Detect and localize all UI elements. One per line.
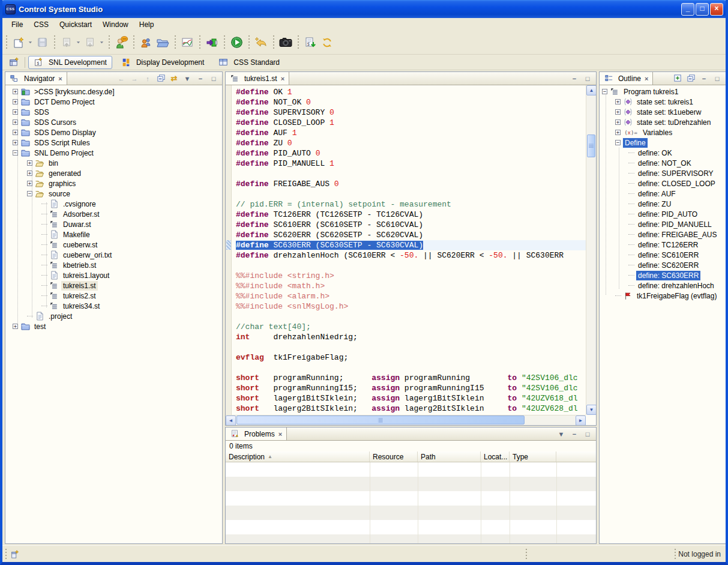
minimize-window-button[interactable]: _ bbox=[681, 3, 694, 16]
collapse-toggle[interactable]: − bbox=[615, 140, 621, 145]
outline-item[interactable]: −Program tukreis1 bbox=[600, 86, 726, 97]
dropdown-arrow-icon[interactable] bbox=[98, 35, 105, 50]
scroll-up-button[interactable]: ▲ bbox=[586, 85, 596, 95]
outline-item[interactable]: define: OK bbox=[600, 148, 726, 158]
code-line[interactable]: %%#include <snlMsgLog.h> bbox=[236, 301, 586, 312]
problems-maximize-button[interactable]: □ bbox=[583, 429, 592, 439]
code-line[interactable]: %%#include <string.h> bbox=[236, 271, 586, 281]
editor-body[interactable]: #define OK 1#define NOT_OK 0#define SUPE… bbox=[226, 85, 596, 425]
outline-maximize-button[interactable]: □ bbox=[712, 74, 722, 83]
navigator-item[interactable]: +SDS bbox=[5, 107, 222, 117]
outline-item[interactable]: define: drehzahlenHoch bbox=[600, 280, 726, 291]
outline-item[interactable]: define: ZU bbox=[600, 199, 726, 209]
outline-item[interactable]: define: SC620ERR bbox=[600, 260, 726, 270]
expand-toggle[interactable]: + bbox=[27, 160, 32, 166]
outline-collapse-all-button[interactable] bbox=[686, 74, 696, 83]
code-line[interactable] bbox=[236, 342, 586, 352]
outline-minimize-button[interactable]: − bbox=[699, 74, 709, 83]
column-header-locat[interactable]: Locat... bbox=[481, 452, 510, 462]
navigator-maximize-button[interactable]: □ bbox=[209, 74, 218, 83]
outline-item[interactable]: +state set: tukreis1 bbox=[600, 97, 726, 107]
open-folder-button[interactable] bbox=[155, 35, 170, 50]
code-area[interactable]: #define OK 1#define NOT_OK 0#define SUPE… bbox=[232, 85, 586, 415]
code-line[interactable]: #define ZU 0 bbox=[236, 138, 586, 148]
hscroll-thumb[interactable] bbox=[236, 415, 525, 425]
outline-item[interactable]: +state set: tk1ueberw bbox=[600, 107, 726, 117]
code-line[interactable]: #define SUPERVISORY 0 bbox=[236, 107, 586, 118]
outline-item[interactable]: define: CLOSED_LOOP bbox=[600, 178, 726, 189]
expand-toggle[interactable]: + bbox=[13, 99, 18, 104]
open-perspective-button[interactable] bbox=[6, 56, 22, 69]
outline-item[interactable]: define: FREIGABE_AUS bbox=[600, 229, 726, 240]
code-line[interactable]: short lagerg1BitSIklein; assign lagerg1B… bbox=[236, 393, 586, 403]
navigator-item[interactable]: Makefile bbox=[5, 229, 222, 240]
back-history-button[interactable] bbox=[253, 35, 269, 50]
collapse-toggle[interactable]: − bbox=[602, 89, 607, 94]
code-line[interactable] bbox=[236, 363, 586, 373]
code-line[interactable] bbox=[236, 261, 586, 271]
code-line[interactable]: #define SC610ERR (SC610SETP - SC610CVAL) bbox=[236, 220, 586, 230]
code-line[interactable]: #define SC630ERR (SC630SETP - SC630CVAL) bbox=[236, 240, 586, 250]
code-line[interactable]: #define OK 1 bbox=[236, 87, 586, 97]
person-chat-button[interactable] bbox=[113, 35, 129, 50]
menu-file[interactable]: File bbox=[6, 19, 28, 30]
expand-toggle[interactable]: + bbox=[13, 89, 18, 94]
code-line[interactable]: %%#include <alarm.h> bbox=[236, 291, 586, 301]
editor-tab[interactable]: tukreis1.st × bbox=[226, 72, 289, 85]
code-line[interactable]: short programRunningI15; assign programR… bbox=[236, 383, 586, 393]
save-button[interactable] bbox=[34, 35, 50, 50]
navigator-item[interactable]: +generated bbox=[5, 168, 222, 178]
navigator-item[interactable]: tukreis1.st bbox=[5, 280, 222, 291]
code-line[interactable] bbox=[236, 169, 586, 179]
navigator-minimize-button[interactable]: − bbox=[196, 74, 205, 83]
problems-tab[interactable]: Problems × bbox=[226, 428, 287, 440]
expand-toggle[interactable]: + bbox=[13, 109, 18, 115]
window-titlebar[interactable]: CSS Control System Studio _ □ × bbox=[0, 0, 728, 18]
editor-maximize-button[interactable]: □ bbox=[583, 74, 592, 83]
editor-tab-close-icon[interactable]: × bbox=[281, 75, 284, 82]
navigator-item[interactable]: tukreis34.st bbox=[5, 301, 222, 311]
code-line[interactable]: #define drehzahlenHoch (SC610ERR < -50. … bbox=[236, 250, 586, 261]
camera-button[interactable] bbox=[278, 35, 293, 50]
outline-item[interactable]: define: PID_AUTO bbox=[600, 209, 726, 219]
expand-toggle[interactable]: + bbox=[27, 181, 32, 186]
outline-item[interactable]: define: SUPERVISORY bbox=[600, 168, 726, 178]
navigator-item[interactable]: −SNL Demo Project bbox=[5, 148, 222, 158]
code-line[interactable]: #define FREIGABE_AUS 0 bbox=[236, 179, 586, 189]
navigator-item[interactable]: .project bbox=[5, 311, 222, 321]
expand-toggle[interactable]: + bbox=[13, 324, 18, 329]
code-line[interactable]: #define NOT_OK 0 bbox=[236, 97, 586, 107]
vscroll-thumb[interactable] bbox=[587, 134, 595, 157]
code-line[interactable]: %%#include <math.h> bbox=[236, 281, 586, 291]
outline-item[interactable]: tk1FreigabeFlag (evtflag) bbox=[600, 291, 726, 301]
menu-window[interactable]: Window bbox=[97, 19, 134, 30]
code-line[interactable]: #define CLOSED_LOOP 1 bbox=[236, 118, 586, 128]
navigator-item[interactable]: tukreis1.layout bbox=[5, 270, 222, 280]
outline-item[interactable]: +(x)=Variables bbox=[600, 127, 726, 137]
outline-item[interactable]: define: AUF bbox=[600, 189, 726, 199]
expand-toggle[interactable]: + bbox=[13, 140, 18, 145]
navigator-back-button[interactable]: ← bbox=[116, 74, 126, 83]
expand-toggle[interactable]: + bbox=[615, 119, 621, 125]
column-header-description[interactable]: Description▲ bbox=[226, 452, 370, 462]
refresh-button[interactable] bbox=[319, 35, 335, 50]
expand-toggle[interactable]: + bbox=[615, 130, 621, 135]
sync-repo-button[interactable]: s bbox=[302, 35, 318, 50]
close-window-button[interactable]: × bbox=[710, 3, 723, 16]
outline-item[interactable]: define: TC126ERR bbox=[600, 240, 726, 250]
code-line[interactable]: #define SC620ERR (SC620SETP - SC620CVAL) bbox=[236, 230, 586, 240]
navigator-tab[interactable]: Navigator × bbox=[5, 72, 67, 85]
expand-toggle[interactable]: + bbox=[27, 171, 32, 176]
navigator-link-editor-button[interactable]: ⇄ bbox=[169, 74, 179, 83]
column-header-resource[interactable]: Resource bbox=[370, 452, 418, 462]
navigator-item[interactable]: +SDS Demo Display bbox=[5, 127, 222, 137]
expand-toggle[interactable]: + bbox=[13, 119, 18, 125]
code-line[interactable]: short lagerg2BitSIklein; assign lagerg2B… bbox=[236, 403, 586, 414]
maximize-window-button[interactable]: □ bbox=[696, 3, 709, 16]
editor-hscrollbar[interactable]: ◄ ► bbox=[226, 415, 586, 425]
menu-css[interactable]: CSS bbox=[28, 19, 54, 30]
code-line[interactable] bbox=[236, 312, 586, 322]
dropdown-arrow-icon[interactable] bbox=[27, 35, 34, 50]
navigator-item[interactable]: −source bbox=[5, 189, 222, 199]
outline-item[interactable]: define: SC630ERR bbox=[600, 270, 726, 280]
